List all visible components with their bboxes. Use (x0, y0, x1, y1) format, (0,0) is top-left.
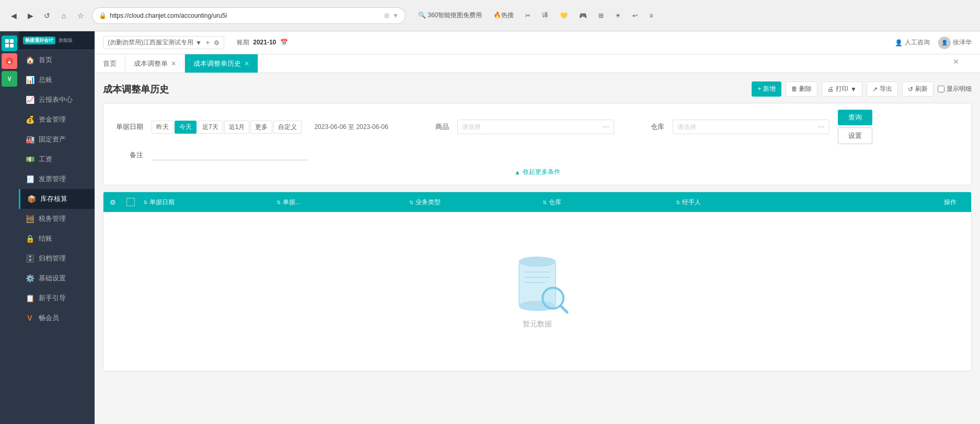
th-operator[interactable]: ⇅ 经手人 (672, 198, 805, 207)
refresh-btn[interactable]: ↺ 刷新 (902, 81, 933, 97)
sidebar-item-salary-label: 工资 (39, 155, 52, 164)
show-cols-label[interactable]: 显示明细 (938, 85, 972, 93)
th-date[interactable]: ⇅ 单据日期 (139, 198, 272, 207)
goods-select[interactable]: 请选择 ··· (457, 120, 614, 134)
sidebar-item-home[interactable]: 🏠 首页 (19, 50, 95, 70)
print-btn[interactable]: 🖨 🖨 打印 打印 ▼ (822, 81, 862, 97)
sidebar-item-tax[interactable]: 🧮 税务管理 (19, 209, 95, 229)
tax-icon: 🧮 (25, 215, 34, 223)
remark-input[interactable] (152, 149, 308, 160)
empty-svg (511, 254, 569, 316)
date-btn-7days[interactable]: 近7天 (198, 121, 223, 134)
company-selector[interactable]: (勿删勿禁用)江西服宝测试专用 ▼ + ⚙ (103, 36, 224, 49)
apps-tool[interactable]: ⊞ (594, 10, 608, 21)
date-btn-more[interactable]: 更多 (250, 121, 272, 134)
svg-point-9 (519, 257, 556, 266)
date-btn-1month[interactable]: 近1月 (224, 121, 250, 134)
collapse-row: ▲ 收起更多条件 (112, 166, 963, 179)
date-btn-yesterday[interactable]: 昨天 (152, 121, 174, 134)
sidebar-item-invoice[interactable]: 🧾 发票管理 (19, 169, 95, 189)
sidebar-item-settings[interactable]: ⚙️ 基础设置 (19, 268, 95, 288)
search-tool[interactable]: 🔍 360智能抠图免费用 (414, 9, 486, 22)
app-icon-active[interactable] (2, 36, 17, 51)
tab-cost-adjust-close[interactable]: ✕ (171, 60, 176, 67)
th-checkbox[interactable] (122, 198, 139, 206)
sidebar-item-archive[interactable]: 🗄️ 归档管理 (19, 249, 95, 268)
wallet-tool[interactable]: 💛 (556, 10, 572, 21)
show-cols-checkbox[interactable] (938, 86, 944, 92)
sidebar-item-inventory[interactable]: 📦 库存核算 (19, 189, 95, 209)
undo-tool[interactable]: ↩ (628, 10, 642, 21)
app-icon-green[interactable]: V (2, 71, 17, 87)
th-warehouse[interactable]: ⇅ 仓库 (538, 198, 672, 207)
tab-cost-adjust-history-close[interactable]: ✕ (244, 60, 249, 67)
more-tool[interactable]: ≡ (645, 10, 657, 21)
sidebar-item-salary[interactable]: 💵 工资 (19, 149, 95, 169)
icon-sidebar: ▲ V (0, 31, 19, 424)
goods-dots[interactable]: ··· (602, 122, 609, 132)
tab-cost-adjust-label: 成本调整单 (134, 59, 168, 68)
nav-sidebar-header: 畅捷通好会计 旗舰版 (19, 31, 95, 50)
select-all-checkbox[interactable] (126, 198, 135, 206)
new-btn[interactable]: + 新增 (752, 81, 781, 97)
svg-text:V: V (8, 76, 11, 82)
company-settings-icon[interactable]: ⚙ (214, 39, 220, 46)
sidebar-item-home-label: 首页 (39, 55, 52, 65)
date-btn-today[interactable]: 今天 (175, 121, 197, 134)
browser-tools: 🔍 360智能抠图免费用 🔥热搜 ✂ 译 💛 🎮 ⊞ ☀ ↩ ≡ (414, 9, 657, 22)
filter-settings-btn[interactable]: 设置 (838, 127, 872, 144)
nav-forward-btn[interactable]: ▶ (23, 8, 38, 23)
tab-home[interactable]: 首页 (95, 54, 125, 73)
company-add-icon[interactable]: + (206, 39, 210, 46)
app-icon-social[interactable]: ▲ (2, 53, 17, 69)
delete-btn[interactable]: 🗑 删除 (786, 81, 817, 97)
date-btn-custom[interactable]: 自定义 (273, 121, 302, 134)
th-number[interactable]: ⇅ 单据... (272, 198, 406, 207)
collapse-label: 收起更多条件 (523, 168, 560, 176)
user-profile-btn[interactable]: 👤 徐泽华 (938, 37, 972, 49)
hot-search[interactable]: 🔥热搜 (489, 9, 518, 22)
sidebar-item-guide[interactable]: 📋 新手引导 (19, 288, 95, 308)
game-tool[interactable]: 🎮 (575, 10, 591, 21)
warehouse-select[interactable]: 请选择 ··· (673, 120, 829, 134)
nav-back-btn[interactable]: ◀ (6, 8, 21, 23)
consult-btn[interactable]: 👤 人工咨询 (895, 38, 930, 47)
nav-home-btn[interactable]: ⌂ (56, 8, 71, 23)
sidebar-item-tax-label: 税务管理 (39, 214, 66, 223)
table-header: ⚙ ⇅ 单据日期 ⇅ 单据... ⇅ 业务类型 (103, 192, 971, 212)
page-title: 成本调整单历史 (103, 83, 169, 96)
sort-icon-biz: ⇅ (409, 199, 413, 205)
export-btn[interactable]: ↗ 导出 (867, 81, 898, 97)
member-icon: V (25, 314, 34, 322)
nav-buttons: ◀ ▶ ↺ ⌂ ☆ (6, 8, 88, 23)
tab-cost-adjust[interactable]: 成本调整单 ✕ (125, 54, 185, 73)
sidebar-item-fixed[interactable]: 🏭 固定资产 (19, 129, 95, 149)
address-bar[interactable]: 🔒 https://cloud.chanjet.com/accounting/u… (92, 7, 406, 24)
filter-panel: 单据日期 昨天 今天 近7天 近1月 更多 自定义 2023-06-06 至 2… (103, 103, 972, 185)
collapse-btn[interactable]: ▲ 收起更多条件 (514, 168, 560, 176)
gear-icon: ⚙ (110, 198, 116, 206)
brightness-tool[interactable]: ☀ (611, 10, 625, 21)
ledger-icon: 📊 (25, 76, 34, 84)
close-window-btn[interactable]: ✕ (951, 55, 961, 68)
calendar-icon[interactable]: 📅 (280, 39, 288, 46)
sidebar-item-close[interactable]: 🔒 结账 (19, 229, 95, 249)
nav-star-btn[interactable]: ☆ (73, 8, 88, 23)
cut-tool[interactable]: ✂ (521, 10, 535, 21)
sidebar-item-reports[interactable]: 📈 云报表中心 (19, 90, 95, 110)
sidebar-item-member[interactable]: V 畅会员 (19, 308, 95, 328)
warehouse-dots[interactable]: ··· (817, 122, 824, 132)
period-value: 2021-10 (253, 39, 276, 46)
goods-filter-label: 商品 (418, 122, 449, 132)
translate-tool[interactable]: 译 (538, 9, 552, 22)
th-gear[interactable]: ⚙ (103, 198, 122, 206)
tab-cost-adjust-history[interactable]: 成本调整单历史 ✕ (185, 54, 258, 73)
date-filter-buttons: 昨天 今天 近7天 近1月 更多 自定义 (152, 121, 302, 134)
sidebar-item-funds[interactable]: 💰 资金管理 (19, 110, 95, 129)
sidebar-item-ledger[interactable]: 📊 总账 (19, 70, 95, 90)
svg-rect-2 (5, 44, 9, 48)
th-biz-type[interactable]: ⇅ 业务类型 (405, 198, 538, 207)
query-btn[interactable]: 查询 (838, 110, 872, 125)
nav-refresh-btn[interactable]: ↺ (40, 8, 54, 23)
browser-chrome: ◀ ▶ ↺ ⌂ ☆ 🔒 https://cloud.chanjet.com/ac… (0, 0, 980, 31)
